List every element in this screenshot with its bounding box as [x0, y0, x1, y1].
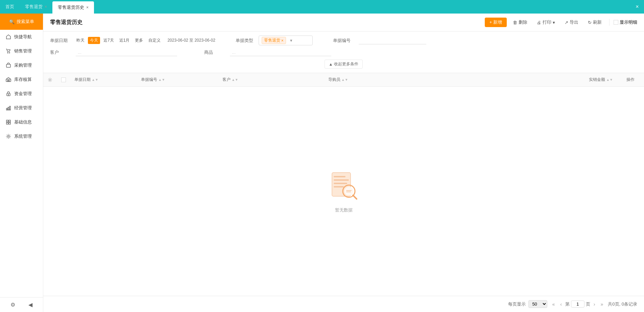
tab-retail-return-close[interactable]: ×	[45, 4, 47, 9]
sidebar-bottom: ⚙ ◀	[0, 297, 43, 312]
window-close-button[interactable]: ×	[630, 0, 644, 14]
tab-retail-return-history-close[interactable]: ×	[86, 5, 89, 10]
print-chevron-icon: ▾	[553, 20, 555, 25]
page-title: 零售退货历史	[50, 19, 82, 26]
sidebar-item-label: 库存核算	[14, 76, 32, 83]
date-btn-today[interactable]: 今天	[88, 37, 100, 44]
sidebar-item-operation[interactable]: 经营管理	[0, 101, 43, 115]
svg-rect-14	[6, 122, 8, 124]
date-btn-yesterday[interactable]: 昨天	[74, 37, 87, 44]
refresh-button[interactable]: ↻ 刷新	[585, 18, 605, 27]
cart-icon	[5, 48, 11, 54]
filter-goods-label: 商品	[204, 49, 224, 55]
sidebar-item-label: 经营管理	[14, 105, 32, 111]
filter-date-buttons: 昨天 今天 近7天 近1月 更多 自定义	[74, 37, 163, 44]
sidebar-item-inventory[interactable]: 库存核算	[0, 72, 43, 87]
date-btn-1month[interactable]: 近1月	[117, 37, 132, 44]
page-first-button[interactable]: «	[550, 301, 557, 308]
th-checkbox[interactable]	[57, 77, 70, 82]
export-icon: ↗	[565, 20, 568, 25]
svg-rect-20	[334, 179, 349, 181]
sidebar-item-label: 采购管理	[14, 62, 32, 68]
date-btn-7days[interactable]: 近7天	[101, 37, 116, 44]
th-settings[interactable]	[43, 77, 57, 82]
collapse-filter-button[interactable]: ▲ 收起更多条件	[325, 60, 363, 69]
date-sort-icon: ▲▼	[92, 78, 98, 82]
amount-sort-icon: ▲▼	[606, 78, 613, 82]
filter-billno-input[interactable]	[359, 37, 426, 44]
svg-rect-2	[6, 64, 10, 67]
sidebar-search[interactable]: 🔍 搜索菜单	[0, 14, 43, 30]
th-guide[interactable]: 导购员 ▲▼	[324, 77, 406, 83]
svg-point-1	[9, 52, 10, 53]
sidebar-item-label: 资金管理	[14, 91, 32, 97]
print-icon: 🖨	[537, 20, 541, 25]
th-customer[interactable]: 客户 ▲▼	[218, 77, 324, 83]
sidebar-item-basic-info[interactable]: 基础信息	[0, 115, 43, 129]
delete-button[interactable]: 🗑 删除	[509, 18, 531, 27]
show-detail-checkbox[interactable]	[614, 20, 618, 25]
page-nav: « ‹ 第 页 › »	[550, 300, 605, 308]
svg-rect-22	[334, 186, 344, 187]
table-area: 单据日期 ▲▼ 单据编号 ▲▼ 客户 ▲▼ 导购员 ▲▼ 实销金额	[43, 73, 644, 296]
svg-rect-9	[8, 107, 9, 110]
sidebar-item-purchase[interactable]: 采购管理	[0, 58, 43, 72]
sidebar-item-sales[interactable]: 销售管理	[0, 44, 43, 58]
filter-goods-input[interactable]	[230, 49, 331, 56]
svg-rect-5	[8, 80, 9, 82]
page-prev-button[interactable]: ‹	[558, 301, 564, 308]
type-chevron-icon: ▾	[290, 38, 292, 43]
filter-area: 单据日期 昨天 今天 近7天 近1月 更多 自定义 2023-06-02 至 2…	[43, 31, 644, 73]
tab-retail-return-history[interactable]: 零售退货历史 ×	[52, 1, 94, 14]
sidebar-item-finance[interactable]: 资金管理	[0, 87, 43, 101]
home-icon	[5, 34, 11, 40]
svg-rect-12	[6, 120, 8, 122]
svg-point-17	[49, 79, 51, 81]
sidebar-item-label: 销售管理	[14, 48, 32, 54]
svg-point-16	[8, 136, 9, 137]
filter-billno-label: 单据编号	[333, 38, 353, 44]
page-next-button[interactable]: ›	[592, 301, 597, 308]
content-area: 零售退货历史 + 新增 🗑 删除 🖨 打印 ▾ ↗ 导出 ↻	[43, 14, 644, 312]
filter-customer-label: 客户	[50, 49, 70, 55]
tab-retail-return[interactable]: 零售退货 ×	[20, 0, 52, 14]
empty-icon	[327, 169, 361, 203]
sidebar-item-system[interactable]: 系统管理	[0, 129, 43, 143]
grid-icon	[5, 119, 11, 125]
show-detail-label: 显示明细	[620, 19, 637, 25]
top-bar: 首页 零售退货 × 零售退货历史 × ×	[0, 0, 644, 14]
add-button[interactable]: + 新增	[485, 18, 507, 27]
date-range-display: 2023-06-02 至 2023-06-02	[167, 38, 215, 43]
date-btn-custom[interactable]: 自定义	[146, 37, 163, 44]
sidebar-settings-button[interactable]: ⚙	[10, 302, 15, 308]
type-tag-close[interactable]: ×	[281, 38, 284, 43]
sidebar-search-label: 搜索菜单	[17, 19, 34, 25]
filter-type-select[interactable]: 零售退货 × ▾	[259, 36, 313, 45]
th-amount[interactable]: 实销金额 ▲▼	[560, 77, 617, 83]
th-date[interactable]: 单据日期 ▲▼	[70, 77, 137, 83]
show-detail-toggle[interactable]: 显示明细	[614, 19, 637, 25]
date-btn-more[interactable]: 更多	[133, 37, 145, 44]
type-tag-retail-return: 零售退货 ×	[262, 37, 286, 44]
page-label: 第	[565, 301, 570, 307]
collapse-filter-label: 收起更多条件	[334, 61, 358, 67]
customer-sort-icon: ▲▼	[232, 78, 238, 82]
empty-text: 暂无数据	[335, 207, 353, 213]
sidebar: 🔍 搜索菜单 快捷导航 销售管理	[0, 14, 43, 312]
filter-date-item: 单据日期 昨天 今天 近7天 近1月 更多 自定义 2023-06-02 至 2…	[50, 37, 215, 44]
header-divider	[609, 19, 610, 26]
page-last-button[interactable]: »	[599, 301, 605, 308]
svg-point-0	[7, 52, 8, 53]
filter-customer-input[interactable]	[76, 49, 177, 56]
th-bill-no[interactable]: 单据编号 ▲▼	[137, 77, 218, 83]
sidebar-item-quick-nav[interactable]: 快捷导航	[0, 30, 43, 44]
guide-sort-icon: ▲▼	[341, 78, 348, 82]
print-button[interactable]: 🖨 打印 ▾	[533, 18, 558, 27]
tab-home[interactable]: 首页	[0, 0, 20, 14]
select-all-checkbox[interactable]	[61, 77, 66, 82]
export-button[interactable]: ↗ 导出	[561, 18, 582, 27]
page-input[interactable]	[571, 300, 585, 308]
filter-row-1: 单据日期 昨天 今天 近7天 近1月 更多 自定义 2023-06-02 至 2…	[50, 36, 637, 45]
sidebar-collapse-button[interactable]: ◀	[28, 302, 32, 308]
page-size-select[interactable]: 50 10 20 100	[528, 300, 547, 308]
